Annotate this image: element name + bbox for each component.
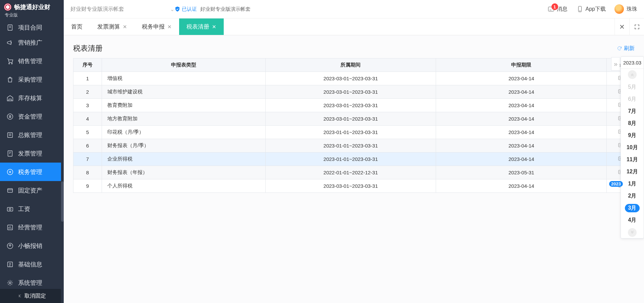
- chevron-down-icon: ⌄: [170, 6, 174, 12]
- app-download-button[interactable]: App下载: [576, 5, 606, 13]
- sidebar-item-13[interactable]: 基础信息: [0, 255, 64, 273]
- tab-0[interactable]: 首页: [64, 18, 90, 35]
- month-3[interactable]: 8月: [621, 117, 644, 129]
- table-row[interactable]: 1增值税2023-03-01~2023-03-312023-04-14: [73, 72, 635, 85]
- refresh-button[interactable]: 刷新: [617, 45, 635, 52]
- month-4[interactable]: 9月: [621, 129, 644, 141]
- cell-type: 财务报表（年报）: [102, 166, 265, 179]
- user-menu[interactable]: 珠珠: [614, 4, 637, 14]
- cell-due: 2023-04-14: [436, 126, 607, 139]
- cell-idx: 8: [73, 166, 102, 179]
- month-5[interactable]: 10月: [621, 141, 644, 154]
- cell-due: 2023-04-14: [436, 99, 607, 112]
- sidebar-item-1[interactable]: 营销推广: [0, 33, 64, 52]
- app-download-label: App下载: [586, 6, 606, 13]
- month-label: 7月: [628, 108, 637, 115]
- sidebar-item-5[interactable]: 资金管理: [0, 107, 64, 126]
- sidebar-unpin-button[interactable]: 取消固定: [0, 289, 64, 303]
- month-0[interactable]: 5月: [621, 81, 644, 93]
- sidebar-item-0[interactable]: 项目合同: [0, 21, 64, 33]
- sidebar-unpin-label: 取消固定: [24, 293, 46, 300]
- sidebar-item-10[interactable]: 工资: [0, 200, 64, 218]
- invoice-icon: [6, 149, 14, 158]
- cell-type: 财务报表（月/季）: [102, 139, 265, 153]
- sidebar-item-6[interactable]: 总账管理: [0, 126, 64, 144]
- table-row[interactable]: 9个人所得税2023-03-01~2023-03-312023-04-14: [73, 179, 635, 193]
- col-due: 申报期限: [436, 58, 607, 72]
- month-label: 11月: [627, 156, 638, 163]
- account-selector[interactable]: 好业财专业版演示帐套 ⌄: [70, 6, 174, 13]
- month-6[interactable]: 11月: [621, 154, 644, 166]
- sidebar-item-label: 基础信息: [18, 260, 42, 268]
- cell-idx: 5: [73, 126, 102, 139]
- ledger-icon: [6, 131, 14, 139]
- sidebar-item-4[interactable]: 库存核算: [0, 89, 64, 107]
- tab-close-icon[interactable]: ✕: [123, 24, 127, 30]
- table-row[interactable]: 6财务报表（月/季）2023-01-01~2023-03-312023-04-1…: [73, 139, 635, 153]
- asset-icon: [6, 186, 14, 194]
- tab-1[interactable]: 发票测算✕: [90, 18, 135, 35]
- cell-period: 2023-03-01~2023-03-31: [265, 72, 436, 85]
- messages-badge: 1: [551, 3, 558, 10]
- tab-3[interactable]: 税表清册✕: [179, 18, 224, 35]
- messages-label: 消息: [557, 6, 568, 13]
- table-row[interactable]: 7企业所得税2023-01-01~2023-03-312023-04-14: [73, 153, 635, 166]
- warehouse-icon: [6, 94, 14, 102]
- sidebar-item-14[interactable]: 系统管理: [0, 273, 64, 289]
- month-7[interactable]: 12月: [621, 166, 644, 178]
- table-row[interactable]: 4地方教育附加2023-03-01~2023-03-312023-04-14: [73, 112, 635, 126]
- sidebar-scrollbar[interactable]: [61, 0, 64, 303]
- sidebar-item-3[interactable]: 采购管理: [0, 70, 64, 89]
- month-10[interactable]: 3月: [621, 202, 644, 214]
- month-1[interactable]: 6月: [621, 93, 644, 105]
- page-header: 税表清册 刷新: [64, 35, 644, 58]
- cell-due: 2023-04-14: [436, 112, 607, 126]
- sidebar-item-12[interactable]: 小畅报销: [0, 236, 64, 255]
- date-current[interactable]: 2023.03: [621, 57, 644, 69]
- verified-badge: 已认证: [174, 6, 197, 12]
- cell-due: 2023-04-14: [436, 179, 607, 193]
- cell-due: 2023-04-14: [436, 139, 607, 153]
- cell-period: 2023-01-01~2023-03-31: [265, 126, 436, 139]
- salary-icon: [6, 205, 14, 213]
- tab-label: 税务申报: [142, 23, 165, 31]
- messages-button[interactable]: 1 消息: [547, 5, 568, 13]
- user-name: 珠珠: [627, 6, 637, 13]
- month-11[interactable]: 4月: [621, 214, 644, 226]
- sidebar-item-11[interactable]: 经营管理: [0, 218, 64, 236]
- table-row[interactable]: 5印花税（月/季）2023-01-01~2023-03-312023-04-14: [73, 126, 635, 139]
- table-row[interactable]: 8财务报表（年报）2022-01-01~2022-12-312023-05-31: [73, 166, 635, 179]
- brand-logo-icon: [3, 3, 12, 11]
- month-2[interactable]: 7月: [621, 105, 644, 117]
- table-row[interactable]: 3教育费附加2023-03-01~2023-03-312023-04-14: [73, 99, 635, 112]
- year-badge: 2023: [609, 181, 623, 187]
- sidebar-item-9[interactable]: 固定资产: [0, 181, 64, 200]
- sidebar-item-2[interactable]: 销售管理: [0, 52, 64, 70]
- tab-2[interactable]: 税务申报✕: [135, 18, 179, 35]
- verified-label: 已认证: [182, 6, 197, 12]
- month-9[interactable]: 2月: [621, 190, 644, 202]
- sidebar-item-7[interactable]: 发票管理: [0, 144, 64, 163]
- date-prev-button[interactable]: [628, 70, 637, 79]
- cell-period: 2023-03-01~2023-03-31: [265, 112, 436, 126]
- sidebar-item-label: 固定资产: [18, 186, 42, 194]
- tab-close-icon[interactable]: ✕: [212, 24, 216, 30]
- mgmt-icon: [6, 223, 14, 231]
- table-row[interactable]: 2城市维护建设税2023-03-01~2023-03-312023-04-14: [73, 85, 635, 99]
- info-icon: [6, 260, 14, 268]
- fullscreen-button[interactable]: [629, 18, 644, 35]
- month-label: 9月: [628, 132, 637, 139]
- month-label: 3月: [625, 204, 640, 212]
- cell-type: 个人所得税: [102, 179, 265, 193]
- tab-close-icon[interactable]: ✕: [167, 24, 172, 30]
- cell-idx: 9: [73, 179, 102, 193]
- date-panel-toggle[interactable]: »: [611, 57, 620, 71]
- month-8[interactable]: 20231月: [621, 178, 644, 190]
- sidebar-item-8[interactable]: 税务管理: [0, 163, 64, 181]
- svg-rect-15: [578, 6, 581, 12]
- col-type: 申报表类型: [102, 58, 265, 72]
- tab-close-button[interactable]: ✕: [614, 18, 629, 35]
- date-next-button[interactable]: [628, 228, 637, 237]
- bag-icon: [6, 76, 14, 84]
- svg-point-9: [9, 208, 11, 210]
